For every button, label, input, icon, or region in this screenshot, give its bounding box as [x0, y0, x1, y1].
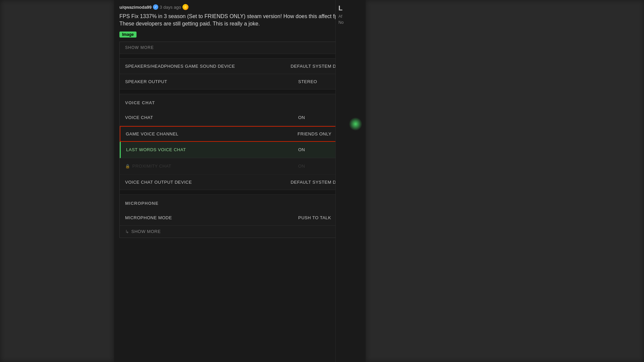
post-author[interactable]: u/qwazimoda99 — [119, 5, 152, 10]
speakers-label: SPEAKERS/HEADPHONES GAME SOUND DEVICE — [120, 60, 285, 73]
show-more-bottom-arrow: ↳ — [125, 229, 129, 234]
reward-icon: ⭐ — [182, 4, 189, 10]
image-tag[interactable]: Image — [119, 32, 137, 38]
game-voice-channel-row: GAME VOICE CHANNEL FRIENDS ONLY ⌄ — [120, 126, 360, 142]
post-header: u/qwazimoda99 ✓ 3 days ago ⭐ 🔔 — [114, 0, 366, 13]
voice-output-device-label: VOICE CHAT OUTPUT DEVICE — [120, 176, 285, 189]
proximity-chat-label: 🔒 PROXIMITY CHAT — [120, 160, 293, 173]
gap-spacer-3 — [120, 190, 360, 195]
post-meta: u/qwazimoda99 ✓ 3 days ago ⭐ — [119, 4, 189, 10]
verified-badge: ✓ — [153, 4, 158, 10]
voice-chat-section-header: VOICE CHAT — [120, 94, 360, 110]
voice-chat-section-title: VOICE CHAT — [125, 100, 155, 105]
right-panel-line2: No — [338, 20, 363, 25]
last-words-label: LAST WORDS VOICE CHAT — [121, 143, 293, 156]
post-title: FPS Fix 1337% in 3 season (Set to FRIEND… — [114, 13, 366, 31]
speakers-row: SPEAKERS/HEADPHONES GAME SOUND DEVICE DE… — [120, 59, 360, 74]
right-panel-line1: Af — [338, 14, 363, 19]
right-panel-letter: L — [338, 3, 363, 13]
speaker-output-value-text: STEREO — [298, 79, 317, 84]
microphone-mode-row: MICROPHONE MODE PUSH TO TALK ⌄ — [120, 210, 360, 226]
game-voice-channel-value-text: FRIENDS ONLY — [298, 131, 331, 136]
green-glow-decoration — [349, 117, 362, 131]
last-words-value-text: ON — [298, 147, 305, 152]
show-more-top-label[interactable]: SHOW MORE — [125, 45, 154, 50]
last-words-voice-chat-row: LAST WORDS VOICE CHAT ON — [120, 142, 360, 158]
gap-spacer-2 — [120, 89, 360, 94]
background-left — [0, 0, 114, 362]
microphone-mode-value-text: PUSH TO TALK — [298, 215, 331, 220]
speaker-output-row: SPEAKER OUTPUT STEREO ⌄ — [120, 74, 360, 89]
game-voice-channel-label: GAME VOICE CHANNEL — [120, 127, 292, 140]
main-content-area: u/qwazimoda99 ✓ 3 days ago ⭐ 🔔 FPS Fix 1… — [114, 0, 366, 362]
show-more-bottom-row[interactable]: ↳ SHOW MORE — [120, 226, 360, 238]
post-timestamp: 3 days ago — [160, 5, 181, 10]
lock-icon: 🔒 — [125, 164, 130, 169]
background-right — [366, 0, 644, 362]
microphone-section-header: MICROPHONE — [120, 195, 360, 210]
voice-chat-value-text: ON — [298, 115, 305, 120]
settings-panel: SHOW MORE SPEAKERS/HEADPHONES GAME SOUND… — [119, 42, 360, 238]
show-more-top-row: SHOW MORE — [120, 42, 360, 54]
proximity-chat-row: 🔒 PROXIMITY CHAT ON — [120, 158, 360, 175]
voice-chat-label: VOICE CHAT — [120, 111, 293, 124]
microphone-mode-label: MICROPHONE MODE — [120, 211, 293, 224]
voice-output-device-row: VOICE CHAT OUTPUT DEVICE DEFAULT SYSTEM … — [120, 175, 360, 190]
proximity-chat-value-text: ON — [298, 164, 305, 169]
microphone-section-title: MICROPHONE — [125, 201, 159, 206]
speaker-output-label: SPEAKER OUTPUT — [120, 75, 293, 88]
right-panel: L Af No — [335, 0, 366, 362]
show-more-bottom-label: SHOW MORE — [131, 229, 161, 234]
voice-chat-row: VOICE CHAT ON — [120, 110, 360, 126]
gap-spacer — [120, 54, 360, 59]
